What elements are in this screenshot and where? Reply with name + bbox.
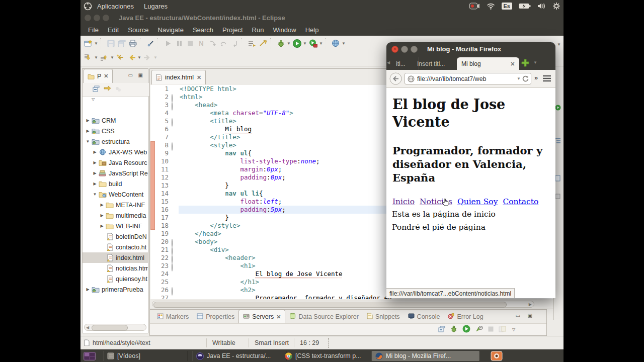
step-return-icon[interactable]	[229, 38, 240, 49]
minimized-view-run-icon[interactable]	[555, 105, 561, 112]
fold-collapse-icon[interactable]	[172, 103, 178, 108]
project-explorer-tab-close-icon[interactable]: ✕	[104, 73, 108, 79]
bottom-tab-markers[interactable]: Markers	[153, 310, 193, 323]
new-wizard-dropdown[interactable]: ▼	[94, 41, 99, 46]
bottom-tab-snippets[interactable]: Snippets	[363, 310, 404, 323]
tree-collapsed-arrow-icon[interactable]: ▶	[85, 287, 91, 292]
step-over-icon[interactable]	[218, 38, 229, 49]
eclipse-minimize-button[interactable]	[94, 15, 100, 21]
search-toolbar-icon[interactable]	[258, 38, 269, 49]
tree-item-index-html[interactable]: index.html	[83, 252, 148, 263]
new-tab-icon[interactable]	[520, 58, 530, 69]
taskbar-item-java-ee-estructura-[interactable]: Java EE - estructura/...	[192, 351, 287, 361]
servers-publish-icon[interactable]	[499, 326, 506, 334]
address-bar[interactable]: file:///var/lib/tomcat7/web ▼	[405, 73, 531, 84]
url-text[interactable]: file:///var/lib/tomcat7/web	[417, 75, 515, 82]
tree-item-estructura[interactable]: ▼estructura	[83, 136, 148, 147]
servers-collapse-all-icon[interactable]	[438, 326, 445, 334]
mark-occurrences-icon[interactable]	[145, 38, 156, 49]
tree-item-webcontent[interactable]: ▼WebContent	[83, 189, 148, 200]
minimized-view-outline-icon[interactable]	[555, 138, 561, 145]
fold-collapse-icon[interactable]	[172, 119, 178, 124]
next-annotation-dropdown[interactable]: ▼	[94, 55, 99, 60]
external-tools-icon[interactable]	[307, 38, 318, 49]
eclipse-titlebar[interactable]: Java EE - estructura/WebContent/index.ht…	[80, 12, 564, 24]
overflow-chevron-icon[interactable]: »	[534, 74, 538, 81]
perspective-dropdown[interactable]: ▼	[556, 42, 561, 47]
save-all-icon[interactable]	[116, 38, 127, 49]
tree-item-multimedia[interactable]: ▶multimedia	[83, 210, 148, 221]
hamburger-menu-icon[interactable]	[542, 75, 551, 83]
tree-expanded-arrow-icon[interactable]: ▼	[92, 192, 98, 197]
tree-item-contacto-ht[interactable]: contacto.ht	[83, 242, 148, 252]
view-menu-icon[interactable]: ▽	[92, 97, 95, 102]
tree-item-javascript-re[interactable]: ▶JavaScript Re	[83, 168, 148, 178]
tree-collapsed-arrow-icon[interactable]: ▶	[92, 171, 98, 175]
volume-icon[interactable]	[537, 3, 546, 10]
print-icon[interactable]	[127, 38, 138, 49]
web-browser-icon[interactable]	[330, 38, 341, 49]
bottom-tab-properties[interactable]: Properties	[193, 310, 238, 323]
minimized-view-misc-icon[interactable]	[555, 193, 560, 201]
bottom-tab-servers[interactable]: Servers✕	[238, 310, 285, 323]
editor-tab-close-icon[interactable]: ✕	[197, 74, 201, 81]
terminate-icon[interactable]	[185, 38, 196, 49]
fold-collapse-icon[interactable]	[172, 255, 178, 260]
next-annotation-icon[interactable]	[83, 52, 94, 63]
eclipse-menu-edit[interactable]: Edit	[103, 24, 123, 36]
bottom-minimize-icon[interactable]: ▭	[516, 313, 521, 318]
scroll-right-icon[interactable]: ▶	[529, 302, 532, 307]
run-dropdown[interactable]: ▼	[302, 41, 307, 46]
browser-back-icon[interactable]	[389, 72, 402, 86]
firefox-minimize-button[interactable]	[401, 46, 408, 53]
step-into-icon[interactable]	[207, 38, 218, 49]
debug-icon[interactable]	[275, 38, 286, 49]
project-explorer-tab[interactable]: P ✕	[84, 69, 113, 83]
tree-item-css[interactable]: ▶CSS	[83, 126, 148, 136]
fold-collapse-icon[interactable]	[172, 247, 178, 252]
bottom-tab-console[interactable]: Console	[404, 310, 444, 323]
tree-item-noticias-htm[interactable]: noticias.htm	[83, 263, 148, 274]
servers-start-icon[interactable]	[462, 325, 470, 334]
firefox-tab-close-icon[interactable]: ×	[511, 60, 515, 68]
ubuntu-logo-icon[interactable]	[84, 2, 92, 11]
web-browser-dropdown[interactable]: ▼	[341, 41, 346, 46]
link-with-editor-icon[interactable]	[104, 85, 111, 94]
screencast-record-icon[interactable]	[469, 3, 480, 10]
firefox-maximize-button[interactable]	[411, 46, 418, 53]
servers-start-profiling-icon[interactable]	[475, 325, 483, 334]
tree-item-java-resourc[interactable]: ▶Java Resourc	[83, 157, 148, 168]
taskbar-item--css-text-transform-p-[interactable]: [CSS text-transform p...	[281, 351, 377, 361]
editor-tab-index-html[interactable]: index.html ✕	[151, 70, 206, 84]
eclipse-menu-file[interactable]: File	[84, 24, 103, 36]
forward-icon[interactable]	[142, 52, 153, 63]
eclipse-maximize-button[interactable]	[103, 15, 109, 21]
tree-expanded-arrow-icon[interactable]: ▼	[85, 139, 91, 144]
firefox-tab-mi-blog[interactable]: Mi blog×	[457, 57, 519, 70]
firefox-close-button[interactable]: ×	[391, 46, 398, 53]
tree-item-jax-ws-web[interactable]: ▶JAX-WS Web	[83, 147, 148, 157]
bottom-maximize-icon[interactable]: ▣	[528, 313, 533, 318]
last-edit-location-icon[interactable]	[115, 52, 126, 63]
eclipse-menu-window[interactable]: Window	[268, 24, 300, 36]
workspace-switcher-icon[interactable]	[84, 352, 96, 362]
tree-collapsed-arrow-icon[interactable]: ▶	[99, 203, 105, 207]
resume-icon[interactable]	[163, 38, 174, 49]
list-all-tabs-icon[interactable]: ▼	[533, 60, 537, 65]
url-dropdown-icon[interactable]: ▼	[517, 76, 521, 81]
debug-dropdown[interactable]: ▼	[286, 41, 291, 46]
tree-item-web-inf[interactable]: ▶WEB-INF	[83, 221, 148, 231]
reload-icon[interactable]	[522, 75, 529, 82]
eclipse-menu-source[interactable]: Source	[123, 24, 153, 36]
eclipse-menu-project[interactable]: Project	[218, 24, 247, 36]
blog-link-contacto[interactable]: Contacto	[503, 197, 538, 206]
focus-icon[interactable]	[115, 86, 121, 94]
tree-item-boletinden[interactable]: boletinDeN	[83, 231, 148, 242]
servers-debug-icon[interactable]	[450, 325, 457, 334]
eclipse-menu-run[interactable]: Run	[248, 24, 269, 36]
previous-annotation-icon[interactable]	[99, 52, 110, 63]
servers-stop-icon[interactable]	[488, 326, 494, 333]
save-icon[interactable]	[105, 38, 116, 49]
tree-item-crm[interactable]: ▶CRM	[83, 115, 148, 126]
forward-dropdown[interactable]: ▼	[153, 55, 158, 60]
